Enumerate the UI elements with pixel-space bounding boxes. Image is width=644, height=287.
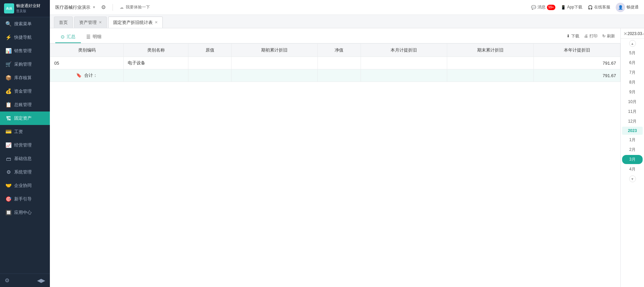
sidebar-bottom: ⚙ ◀▶ [0,274,50,287]
content-inner: ⊙ 汇总 ☰ 明细 ⬇ 下载 🖨 打印 [50,28,620,287]
enterprise-icon: 🤝 [5,183,11,189]
print-icon: 🖨 [584,34,588,38]
sidebar-item-payroll[interactable]: 💳 工资 [0,125,50,138]
topbar-trial[interactable]: ☁ 我要体验一下 [120,4,150,10]
tab-asset-mgmt-close[interactable]: ✕ [99,20,102,25]
date-panel: ✕ 2023.03 ⤢ ▲ 5月 6月 7月 8月 9月 10月 11月 12月… [620,28,644,287]
col-header-end-accum: 期末累计折旧 [447,44,534,57]
topbar: 医疗器械行业演示 ▼ ⚙ ☁ 我要体验一下 💬 消息 99+ 📱 App下载 🎧… [50,0,644,15]
date-month-12[interactable]: 12月 [622,117,643,126]
date-month-11[interactable]: 11月 [622,107,643,116]
sidebar-item-basic-info[interactable]: 🗃 基础信息 [0,152,50,165]
total-original-cell [188,69,231,82]
sidebar-item-enterprise[interactable]: 🤝 企业协同 [0,179,50,192]
date-month-10[interactable]: 10月 [622,97,643,106]
sales-icon: 📊 [5,48,11,54]
tab-depreciation[interactable]: 固定资产折旧统计表 ✕ [108,17,163,28]
sidebar-item-fixed-assets[interactable]: 🏗 固定资产 [0,111,50,125]
col-header-initial-accum: 期初累计折旧 [231,44,318,57]
topbar-divider [113,4,113,11]
sidebar-item-app-center[interactable]: 🔲 应用中心 [0,206,50,219]
print-button[interactable]: 🖨 打印 [584,33,597,39]
app-download-button[interactable]: 📱 App下载 [561,4,582,10]
date-panel-close-icon[interactable]: ✕ [623,31,627,36]
total-icon: 🔖 [76,73,82,78]
total-end-accum-cell [447,69,534,82]
messages-icon: 💬 [531,5,536,10]
toolbar-actions: ⬇ 下载 🖨 打印 ↻ 刷新 [566,33,615,39]
topbar-right: 💬 消息 99+ 📱 App下载 🎧 在线客服 👤 畅捷通 [531,3,639,12]
total-net-cell [318,69,361,82]
date-month-9[interactable]: 9月 [622,88,643,97]
settings-icon[interactable]: ⚙ [5,277,9,284]
refresh-icon: ↻ [602,34,606,38]
sidebar-item-system[interactable]: ⚙ 系统管理 [0,165,50,179]
company-name: 医疗器械行业演示 [55,4,90,10]
tab-asset-mgmt[interactable]: 资产管理 ✕ [74,17,107,28]
sidebar-item-sales[interactable]: 📊 销售管理 [0,44,50,58]
app-logo-text: 畅捷通好业财 普及版 [16,3,40,13]
total-annual-dep-cell: 791.67 [534,69,620,82]
sidebar-item-guide[interactable]: 🎯 新手引导 [0,192,50,206]
messages-button[interactable]: 💬 消息 99+ [531,4,555,10]
inventory-icon: 📦 [5,75,11,81]
sidebar-item-quick-nav[interactable]: ⚡ 快捷导航 [0,31,50,44]
download-icon: ⬇ [566,34,570,38]
date-month-2[interactable]: 2月 [622,145,643,154]
sidebar-item-ledger[interactable]: 📋 总账管理 [0,98,50,111]
user-menu[interactable]: 👤 畅捷通 [616,3,639,12]
download-button[interactable]: ⬇ 下载 [566,33,579,39]
date-month-4[interactable]: 4月 [622,165,643,174]
cell-net [318,57,361,69]
subtabbar: ⊙ 汇总 ☰ 明细 ⬇ 下载 🖨 打印 [50,28,620,43]
tab-home[interactable]: 首页 [54,17,73,28]
ledger-icon: 📋 [5,102,11,108]
depreciation-table: 类别编码 类别名称 原值 期初累计折旧 净值 本月计提折旧 期末累计折旧 本年计… [50,43,620,82]
sidebar-item-finance[interactable]: 💰 资金管理 [0,85,50,98]
payroll-icon: 💳 [5,129,11,135]
cell-end-accum [447,57,534,69]
operations-icon: 📈 [5,142,11,148]
table-row: 05 电子设备 791.67 [50,57,620,69]
sidebar: AtA 畅捷通好业财 普及版 🔍 搜索菜单 ⚡ 快捷导航 📊 销售管理 🛒 采购… [0,0,50,287]
company-arrow-icon: ▼ [92,5,96,9]
col-header-annual-dep: 本年计提折旧 [534,44,620,57]
col-header-original: 原值 [188,44,231,57]
table-wrapper: 类别编码 类别名称 原值 期初累计折旧 净值 本月计提折旧 期末累计折旧 本年计… [50,43,620,287]
date-month-7[interactable]: 7月 [622,68,643,77]
date-month-6[interactable]: 6月 [622,58,643,67]
quick-nav-icon: ⚡ [5,34,11,40]
date-month-5[interactable]: 5月 [622,49,643,58]
search-icon: 🔍 [5,21,11,27]
col-header-monthly-dep: 本月计提折旧 [361,44,447,57]
date-panel-expand-icon[interactable]: ⤢ [642,31,644,36]
subtab-detail[interactable]: ☰ 明细 [81,32,107,43]
total-initial-accum-cell [231,69,318,82]
collapse-icon[interactable]: ◀▶ [37,277,45,284]
subtab-summary[interactable]: ⊙ 汇总 [55,32,81,43]
cell-monthly-dep [361,57,447,69]
app-logo-icon: AtA [4,3,14,13]
sidebar-item-operations[interactable]: 📈 经营管理 [0,138,50,152]
date-month-1[interactable]: 1月 [622,135,643,145]
date-month-3-active[interactable]: 3月 [622,155,643,164]
sidebar-item-purchase[interactable]: 🛒 采购管理 [0,58,50,71]
customer-service-button[interactable]: 🎧 在线客服 [588,4,610,10]
date-panel-title: 2023.03 [627,31,642,36]
total-label-cell: 🔖 合计： [50,69,124,82]
company-selector[interactable]: 医疗器械行业演示 ▼ [55,4,96,10]
topbar-settings-icon[interactable]: ⚙ [101,4,106,10]
date-panel-scroll-up[interactable]: ▲ [629,40,636,47]
sidebar-item-inventory[interactable]: 📦 库存核算 [0,71,50,85]
sidebar-item-search[interactable]: 🔍 搜索菜单 [0,17,50,31]
content-area: ⊙ 汇总 ☰ 明细 ⬇ 下载 🖨 打印 [50,28,644,287]
subtabs: ⊙ 汇总 ☰ 明细 [55,32,107,43]
tab-depreciation-close[interactable]: ✕ [155,20,158,25]
app-center-icon: 🔲 [5,210,11,216]
date-panel-scroll-down[interactable]: ▼ [629,176,636,182]
refresh-button[interactable]: ↻ 刷新 [602,33,615,39]
purchase-icon: 🛒 [5,61,11,67]
trial-icon: ☁ [120,5,124,10]
date-month-8[interactable]: 8月 [622,78,643,87]
basic-info-icon: 🗃 [5,156,11,162]
